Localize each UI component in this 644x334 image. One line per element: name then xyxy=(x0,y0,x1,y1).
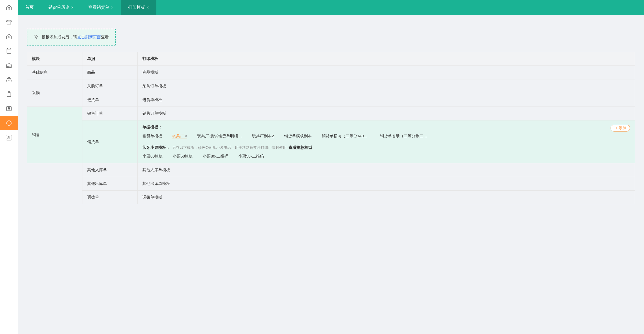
tab-label: 打印模板 xyxy=(128,5,145,10)
svg-text:¥: ¥ xyxy=(8,79,9,82)
doc-cell: 进货单 xyxy=(82,93,138,107)
table-row: 其他出库单 其他出库单模板 xyxy=(27,177,635,191)
sidebar-gift[interactable] xyxy=(0,14,18,29)
template-item[interactable]: 销货单省纸（二等分带二… xyxy=(380,134,427,139)
doc-cell: 调拨单 xyxy=(82,191,138,204)
money-bag-icon: ¥ xyxy=(6,77,12,83)
table-row: 其他入库单 其他入库单模板 xyxy=(27,163,635,177)
close-icon[interactable]: × xyxy=(147,5,149,10)
refresh-link[interactable]: 点击刷新页面 xyxy=(77,35,101,39)
tab-print-template[interactable]: 打印模板 × xyxy=(121,0,156,15)
tab-bar: 首页 销货单历史 × 查看销货单 × 打印模板 × xyxy=(18,0,644,15)
sync-icon xyxy=(6,120,12,126)
template-item[interactable]: 销货单横向（二等分140_… xyxy=(322,134,370,139)
sidebar-clipboard[interactable] xyxy=(0,87,18,101)
svg-text:$: $ xyxy=(8,36,9,38)
template-item[interactable]: 销货单模板 xyxy=(142,134,162,139)
clipboard-icon xyxy=(6,91,12,97)
new-icon: 新 xyxy=(6,135,12,140)
hint-text: 模板添加成功后，请点击刷新页面查看 xyxy=(42,35,109,40)
recommended-models-link[interactable]: 查看推荐机型 xyxy=(289,145,312,150)
template-cell: 采购订单模板 xyxy=(138,79,635,93)
tab-label: 首页 xyxy=(25,5,34,10)
sidebar-money[interactable]: ¥ xyxy=(0,72,18,87)
hint-banner: 模板添加成功后，请点击刷新页面查看 xyxy=(27,29,116,45)
table-row: 基础信息 商品 商品模板 xyxy=(27,66,635,79)
template-item[interactable]: 小票80模板 xyxy=(142,154,163,159)
module-cell: 基础信息 xyxy=(27,66,82,79)
template-cell: 销售订单模板 xyxy=(138,107,635,120)
tab-home[interactable]: 首页 xyxy=(18,0,41,15)
header-doc: 单据 xyxy=(82,52,138,66)
table-row: 采购 采购订单 采购订单模板 xyxy=(27,79,635,93)
template-item[interactable]: 其他出库单模板 xyxy=(142,181,170,186)
template-table: 模块 单据 打印模板 基础信息 商品 商品模板 xyxy=(27,52,635,204)
table-row-active: 销货单 单据模板： 销货单模板 玩具厂 xyxy=(27,120,635,163)
close-icon[interactable]: × xyxy=(111,5,113,10)
sidebar: $ ¥ 新 xyxy=(0,0,18,334)
template-list: 销货单模板 玩具厂 × 玩具厂-测试销货单明细… 玩具厂副本2 销货单模板副本 xyxy=(142,133,608,139)
template-item[interactable]: 小票58-二维码 xyxy=(238,154,264,159)
template-item[interactable]: 采购订单模板 xyxy=(142,84,166,89)
finance-icon: $ xyxy=(6,33,12,39)
warehouse-icon xyxy=(6,62,12,68)
bt-template-list: 小票80模板 小票58模板 小票80-二维码 小票58-二维码 xyxy=(142,154,630,159)
header-template: 打印模板 xyxy=(138,52,635,66)
sidebar-shopping[interactable] xyxy=(0,43,18,58)
sidebar-home[interactable] xyxy=(0,0,18,14)
module-cell xyxy=(27,163,82,204)
section-title: 单据模板： xyxy=(142,125,608,130)
plus-icon: ＋ xyxy=(615,126,618,130)
template-item[interactable]: 商品模板 xyxy=(142,70,158,75)
header-module: 模块 xyxy=(27,52,82,66)
lightbulb-icon xyxy=(34,34,39,40)
close-icon[interactable]: × xyxy=(71,5,73,10)
table-row: 调拨单 调拨单模板 xyxy=(27,191,635,204)
template-item[interactable]: 其他入库单模板 xyxy=(142,168,170,173)
doc-cell: 其他入库单 xyxy=(82,163,138,177)
tab-view-sales[interactable]: 查看销货单 × xyxy=(81,0,121,15)
doc-cell: 其他出库单 xyxy=(82,177,138,191)
doc-cell: 销货单 xyxy=(82,120,138,163)
tab-sales-history[interactable]: 销货单历史 × xyxy=(41,0,81,15)
sidebar-sync[interactable] xyxy=(0,116,18,130)
bt-description: 另存以下模版，修改公司地址及电话，用于移动端蓝牙打印小票时使用 xyxy=(172,145,286,150)
module-cell: 采购 xyxy=(27,79,82,107)
tab-label: 销货单历史 xyxy=(48,5,70,10)
sidebar-contact[interactable] xyxy=(0,101,18,116)
template-cell: 调拨单模板 xyxy=(138,191,635,204)
svg-point-7 xyxy=(8,107,9,109)
close-icon[interactable]: × xyxy=(185,134,187,138)
template-cell: 其他出库单模板 xyxy=(138,177,635,191)
contact-icon xyxy=(6,105,12,112)
doc-cell: 销售订单 xyxy=(82,107,138,120)
template-item[interactable]: 销货单模板副本 xyxy=(284,134,312,139)
module-cell: 销售 xyxy=(27,107,82,163)
tab-label: 查看销货单 xyxy=(88,5,109,10)
add-template-button[interactable]: ＋添加 xyxy=(611,125,630,131)
template-cell: 商品模板 xyxy=(138,66,635,79)
table-row: 销售 销售订单 销售订单模板 xyxy=(27,107,635,120)
template-cell: 单据模板： 销货单模板 玩具厂 × 玩具厂-测试销货单明细… xyxy=(138,120,635,163)
sidebar-new[interactable]: 新 xyxy=(0,130,18,145)
svg-point-8 xyxy=(35,36,37,38)
template-item[interactable]: 小票58模板 xyxy=(173,154,193,159)
sidebar-finance[interactable]: $ xyxy=(0,29,18,43)
doc-cell: 商品 xyxy=(82,66,138,79)
template-item-selected[interactable]: 玩具厂 × xyxy=(172,133,187,139)
shopping-icon xyxy=(6,48,12,54)
template-item[interactable]: 进货单模板 xyxy=(142,97,162,102)
template-cell: 其他入库单模板 xyxy=(138,163,635,177)
template-item[interactable]: 调拨单模板 xyxy=(142,195,162,200)
home-icon xyxy=(6,4,12,11)
bt-section-title: 蓝牙小票模板： xyxy=(142,145,170,150)
template-item[interactable]: 小票80-二维码 xyxy=(203,154,228,159)
gift-icon xyxy=(6,19,12,25)
template-item[interactable]: 玩具厂副本2 xyxy=(252,134,274,139)
template-item[interactable]: 玩具厂-测试销货单明细… xyxy=(197,134,242,139)
doc-cell: 采购订单 xyxy=(82,79,138,93)
template-cell: 进货单模板 xyxy=(138,93,635,107)
template-item[interactable]: 销售订单模板 xyxy=(142,111,166,116)
sidebar-warehouse[interactable] xyxy=(0,58,18,72)
table-row: 进货单 进货单模板 xyxy=(27,93,635,107)
